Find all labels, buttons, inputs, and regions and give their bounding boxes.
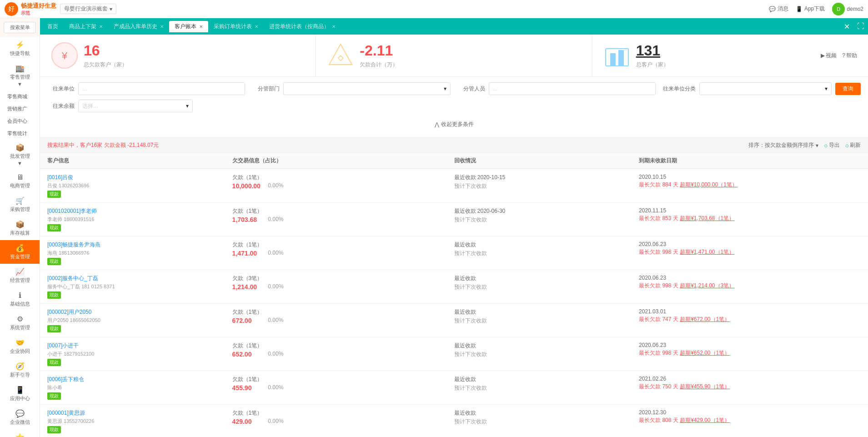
tab-incoming-stats[interactable]: 进货单统计表（按商品） ✕ [264, 21, 341, 32]
stat-icon-3 [603, 42, 631, 69]
overdue-text-0[interactable]: 超期¥10,000.00（1笔） [680, 181, 738, 188]
wechat-label: 企业微信 [10, 419, 30, 426]
filter-balance-select[interactable]: 选择... ▾ [78, 100, 193, 112]
overdue-text-3[interactable]: 超期¥1,214.00（3笔） [680, 282, 734, 289]
sidebar-item-wholesale[interactable]: 📦 批发管理 ▼ [0, 140, 40, 170]
search-button[interactable]: 查询 [835, 83, 861, 95]
overdue-text-6[interactable]: 超期¥455.90（1笔） [680, 383, 730, 390]
arrear-percent-0: 0.00% [268, 182, 283, 190]
sidebar-item-apps[interactable]: 📱 应用中心 [0, 382, 40, 406]
customer-name-link-2[interactable]: [0003]畅捷服务尹海燕 [47, 241, 232, 249]
tab-close-icon4[interactable]: ✕ [255, 24, 258, 29]
overdue-text-1[interactable]: 超期¥1,703.68（1笔） [680, 215, 734, 221]
customer-name-link-5[interactable]: [0007]小进干 [47, 342, 232, 350]
export-button[interactable]: ○ 导出 [824, 141, 839, 149]
filter-area: 往来单位 ... 分管部门 ▾ [40, 77, 868, 138]
next-collect-label-2: 预计下次收款 [454, 250, 639, 257]
tabs-close-all-button[interactable]: ✕ [842, 21, 852, 32]
customer-name-link-7[interactable]: [000001]黄思源 [47, 409, 232, 417]
overdue-text-2[interactable]: 超期¥1,471.00（1笔） [680, 249, 734, 255]
arrear-amount-1: 1,703.68 [232, 216, 263, 223]
collapse-label: 收起更多条件 [441, 121, 474, 128]
overdue-days-0: 最长欠款 884 天 [639, 181, 678, 188]
tabs-expand-button[interactable]: ⛶ [855, 21, 866, 31]
sidebar-item-member-plus[interactable]: ⭐ 畅会员 [0, 429, 40, 437]
filter-manager-input[interactable]: ... [489, 82, 656, 95]
tab-home[interactable]: 首页 [42, 21, 64, 32]
top-bar-left: 好 畅捷通好生意 示范 母婴行业演示账套 ▾ [5, 2, 116, 16]
tab-close-icon5[interactable]: ✕ [332, 24, 336, 29]
user-menu[interactable]: D demo2 [832, 3, 863, 15]
sidebar-item-quick-nav[interactable]: ⚡ 快捷导航 [0, 37, 40, 60]
refresh-label: 刷新 [850, 141, 861, 149]
customer-name-link-0[interactable]: [0016]吕俊 [47, 174, 232, 181]
retail-management-label: 零售管理 [10, 74, 30, 80]
overdue-text-7[interactable]: 超期¥429.00（1笔） [680, 417, 730, 423]
logo-text: 畅捷通好生意 示范 [21, 2, 56, 16]
search-menu-button[interactable]: 搜索菜单 [4, 22, 36, 33]
tab-close-icon2[interactable]: ✕ [160, 24, 164, 29]
tab-close-icon[interactable]: ✕ [99, 24, 103, 29]
sidebar-item-member-center[interactable]: 会员中心 [0, 115, 40, 127]
customer-tag-0: 现款 [47, 191, 61, 198]
tab-customer-ledger-label: 客户账本 [175, 23, 196, 30]
message-icon: 💬 [769, 6, 776, 12]
tab-purchase-stats[interactable]: 采购订单统计表 ✕ [208, 21, 264, 32]
sidebar-item-corp-collab[interactable]: 🤝 企业协同 [0, 335, 40, 358]
sidebar-item-system[interactable]: ⚙ 系统管理 [0, 311, 40, 335]
customer-name-5: 小进干 [62, 342, 79, 349]
sidebar-item-basic-info[interactable]: ℹ 基础信息 [0, 287, 40, 311]
overdue-text-5[interactable]: 超期¥652.00（1笔） [680, 350, 730, 356]
sidebar-item-marketing[interactable]: 营销推广 [0, 103, 40, 115]
message-button[interactable]: 💬 消息 [769, 5, 788, 13]
sidebar-item-operations[interactable]: 📈 经营管理 [0, 264, 40, 287]
refresh-button[interactable]: ○ 刷新 [845, 141, 861, 149]
app-download-button[interactable]: 📱 App下载 [796, 5, 825, 13]
help-button[interactable]: ? 帮助 [842, 52, 857, 60]
tab-close-icon3[interactable]: ✕ [199, 24, 203, 29]
arrear-amount-3: 1,214.00 [232, 283, 263, 291]
table-row: [0007]小进干 小进干 18279152100 现款 欠款（1笔） 652.… [40, 337, 868, 371]
sidebar-item-retail-management[interactable]: 🏬 零售管理 ▼ [0, 60, 40, 90]
sidebar-item-purchase[interactable]: 🛒 采购管理 [0, 193, 40, 216]
top-bar-right: 💬 消息 📱 App下载 D demo2 [769, 3, 863, 15]
sidebar-item-inventory[interactable]: 📦 库存核算 [0, 216, 40, 240]
arrear-amount-7: 429.00 [232, 418, 263, 425]
filter-unit-category-select[interactable]: ▾ [699, 82, 832, 95]
sidebar-item-wechat-work[interactable]: 💬 企业微信 [0, 406, 40, 429]
results-bar: 搜索结果中，客户16家 欠款金额 -21,148.07元 排序：按欠款金额倒序排… [40, 138, 868, 153]
due-date-cell-4: 2021.03.01 最长欠款 747 天 超期¥672.00（1笔） [639, 308, 861, 323]
overdue-text-4[interactable]: 超期¥672.00（1笔） [680, 316, 730, 322]
filter-manager-label: 分管人员 [458, 85, 485, 93]
stats-row: ¥ 16 总欠款客户（家） ◇ [40, 35, 868, 77]
tab-production-history[interactable]: 产成品入库单历史 ✕ [108, 21, 169, 32]
customer-name-6: 丢下粮仓 [62, 376, 84, 382]
sidebar-item-ecommerce[interactable]: 🖥 电商管理 [0, 170, 40, 193]
video-button[interactable]: ▶ 视频 [821, 52, 837, 60]
sidebar-item-retail-mall[interactable]: 零售商城 [0, 90, 40, 103]
customer-name-link-3[interactable]: [0002]服务中心_丁磊 [47, 275, 232, 282]
filter-source-unit-input[interactable]: ... [78, 82, 245, 95]
sidebar-item-finance[interactable]: 💰 资金管理 [0, 240, 40, 264]
sidebar-item-guide[interactable]: 🧭 新手引导 [0, 358, 40, 382]
svg-text:¥: ¥ [61, 50, 68, 61]
wholesale-label: 批发管理 [10, 153, 30, 160]
company-selector[interactable]: 母婴行业演示账套 ▾ [60, 4, 116, 14]
collapse-button[interactable]: ⋀ 收起更多条件 [49, 119, 859, 130]
customer-contact-5: 小进干 18279152100 [47, 351, 232, 357]
tab-product-listing[interactable]: 商品上下架 ✕ [64, 21, 108, 32]
arrear-cell-4: 欠款（1笔） 672.00 0.00% [232, 308, 454, 324]
due-date-cell-5: 2020.06.23 最长欠款 998 天 超期¥652.00（1笔） [639, 342, 861, 357]
customer-name-link-6[interactable]: [0006]丢下粮仓 [47, 376, 232, 383]
arrear-count-0: 欠款（1笔） [232, 174, 263, 181]
stat-card-arrear-customers: ¥ 16 总欠款客户（家） [40, 35, 316, 76]
filter-dept-label: 分管部门 [252, 85, 280, 93]
filter-dept-select[interactable]: ▾ [283, 82, 450, 95]
due-date-cell-3: 2020.06.23 最长欠款 998 天 超期¥1,214.00（3笔） [639, 275, 861, 290]
sort-button[interactable]: 排序：按欠款金额倒序排序 ▾ [748, 141, 818, 149]
customer-name-link-1[interactable]: [0001020001]李老师 [47, 207, 232, 215]
tab-customer-ledger[interactable]: 客户账本 ✕ [169, 21, 208, 32]
customer-name-link-4[interactable]: [000002]用户2050 [47, 308, 232, 316]
sidebar-item-retail-stats[interactable]: 零售统计 [0, 127, 40, 140]
ecommerce-label: 电商管理 [10, 182, 30, 189]
